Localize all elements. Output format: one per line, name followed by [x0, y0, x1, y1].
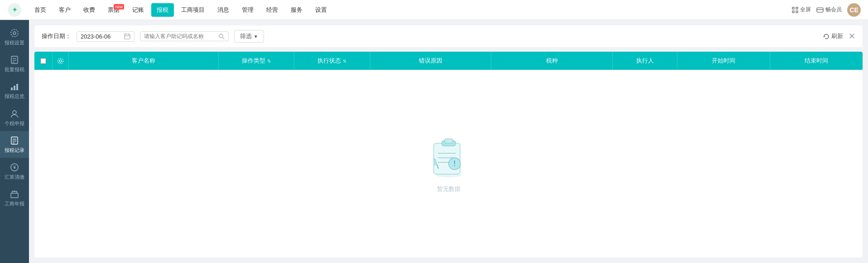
svg-rect-2 [792, 7, 794, 9]
svg-rect-26 [125, 34, 130, 39]
member-label: 畅会员 [825, 6, 842, 14]
svg-rect-5 [796, 11, 798, 13]
sort-icon-op-type: ⇅ [267, 58, 271, 63]
sidebar-label-tax-settings: 报税设置 [5, 40, 24, 46]
th-executor: 执行人 [613, 52, 677, 70]
sidebar-label-batch-tax: 批量报税 [5, 67, 24, 73]
sidebar-icon-tax-records [10, 136, 19, 146]
calendar-icon [124, 33, 130, 39]
th-tax-type: 税种 [491, 52, 613, 70]
th-error-reason: 错误原因 [370, 52, 492, 70]
nav-item-finance[interactable]: 经营 [261, 3, 283, 17]
date-label: 操作日期： [42, 32, 71, 40]
svg-point-32 [59, 60, 62, 62]
date-input[interactable] [81, 33, 121, 40]
sidebar-item-tax-records[interactable]: 报税记录 [0, 131, 29, 158]
sidebar-icon-tax-overview [10, 82, 19, 92]
sidebar-item-batch-tax[interactable]: 批量报税 [0, 50, 29, 77]
svg-rect-14 [11, 88, 13, 90]
svg-point-9 [11, 29, 18, 37]
sidebar-icon-annual-report [10, 189, 19, 199]
empty-illustration: ! [428, 134, 469, 180]
sidebar-label-settlement: 汇算清缴 [5, 174, 24, 180]
svg-text:!: ! [453, 160, 456, 167]
date-picker[interactable] [77, 31, 134, 42]
sidebar-item-personal-tax[interactable]: 个税申报 [0, 104, 29, 131]
fullscreen-label: 全屏 [800, 6, 811, 14]
th-end-time: 结束时间 [770, 52, 863, 70]
svg-rect-4 [792, 11, 794, 13]
nav-item-account[interactable]: 记账 [127, 3, 149, 17]
sidebar-item-tax-overview[interactable]: 报税总览 [0, 77, 29, 104]
nav-items: 首页客户收费票据new记账报税工商项目消息管理经营服务设置 [29, 3, 792, 17]
svg-rect-6 [817, 8, 823, 12]
svg-line-31 [222, 37, 224, 39]
sidebar: 报税设置批量报税报税总览个税申报报税记录¥汇算清缴工商年报 [0, 20, 29, 263]
nav-item-settings[interactable]: 设置 [310, 3, 332, 17]
nav-item-tax[interactable]: 报税 [151, 3, 174, 17]
th-op-type[interactable]: 操作类型 ⇅ [219, 52, 295, 70]
filter-button[interactable]: 筛选 ▼ [234, 30, 264, 43]
svg-rect-24 [11, 193, 18, 198]
sidebar-item-annual-report[interactable]: 工商年报 [0, 185, 29, 211]
sidebar-label-tax-overview: 报税总览 [5, 93, 24, 99]
table-header: 客户名称 操作类型 ⇅ 执行状态 ⇅ 错误原因 税种 执行人 [34, 52, 863, 70]
search-wrap[interactable] [140, 31, 229, 41]
sidebar-label-annual-report: 工商年报 [5, 201, 24, 207]
search-icon [218, 33, 225, 39]
select-all-checkbox[interactable] [40, 58, 46, 64]
refresh-button[interactable]: 刷新 [823, 32, 843, 40]
sidebar-icon-settlement: ¥ [10, 162, 19, 172]
svg-rect-3 [796, 7, 798, 9]
close-button[interactable]: ✕ [849, 32, 855, 40]
fullscreen-icon [792, 7, 798, 13]
app-logo[interactable]: ✦ [7, 3, 22, 17]
sidebar-icon-tax-settings [10, 28, 19, 38]
top-nav: ✦ 首页客户收费票据new记账报税工商项目消息管理经营服务设置 全屏 畅会员 C… [0, 0, 868, 20]
settings-icon [57, 58, 64, 64]
table-body: ! 暂无数据 [34, 70, 863, 258]
svg-rect-18 [11, 137, 18, 144]
svg-rect-10 [11, 56, 18, 63]
content-area: 操作日期： 筛选 ▼ [29, 20, 868, 263]
table-wrap: 客户名称 操作类型 ⇅ 执行状态 ⇅ 错误原因 税种 执行人 [34, 52, 863, 258]
toolbar-right: 刷新 ✕ [823, 32, 855, 40]
top-nav-right: 全屏 畅会员 CE [792, 3, 861, 17]
th-checkbox[interactable] [34, 52, 53, 70]
sort-icon-exec-status: ⇅ [343, 58, 346, 63]
nav-item-home[interactable]: 首页 [29, 3, 52, 17]
filter-label: 筛选 [240, 32, 252, 40]
chevron-down-icon: ▼ [254, 34, 258, 39]
user-avatar[interactable]: CE [847, 3, 861, 17]
svg-rect-16 [16, 84, 18, 90]
empty-text: 暂无数据 [437, 185, 460, 193]
th-exec-status[interactable]: 执行状态 ⇅ [294, 52, 370, 70]
member-icon [816, 7, 824, 13]
member-btn[interactable]: 畅会员 [816, 6, 842, 14]
th-start-time: 开始时间 [677, 52, 770, 70]
sidebar-label-personal-tax: 个税申报 [5, 121, 24, 127]
fullscreen-btn[interactable]: 全屏 [792, 6, 811, 14]
nav-item-invoice[interactable]: 票据new [102, 3, 125, 17]
svg-rect-37 [445, 139, 453, 143]
nav-item-service[interactable]: 服务 [285, 3, 308, 17]
th-gear[interactable] [53, 52, 69, 70]
main-layout: 报税设置批量报税报税总览个税申报报税记录¥汇算清缴工商年报 操作日期： [0, 20, 868, 263]
nav-item-message[interactable]: 消息 [212, 3, 235, 17]
svg-point-33 [58, 58, 63, 63]
nav-item-manage[interactable]: 管理 [236, 3, 259, 17]
search-input[interactable] [144, 33, 216, 39]
svg-text:¥: ¥ [13, 165, 16, 170]
th-client-name: 客户名称 [69, 52, 219, 70]
svg-point-8 [13, 32, 16, 34]
nav-item-customer[interactable]: 客户 [53, 3, 76, 17]
sidebar-item-tax-settings[interactable]: 报税设置 [0, 24, 29, 50]
sidebar-item-settlement[interactable]: ¥汇算清缴 [0, 158, 29, 185]
nav-item-business[interactable]: 工商项目 [176, 3, 210, 17]
refresh-icon [823, 33, 830, 39]
nav-item-billing[interactable]: 收费 [78, 3, 101, 17]
sidebar-label-tax-records: 报税记录 [5, 147, 24, 153]
svg-point-17 [13, 111, 16, 114]
svg-point-30 [219, 34, 223, 38]
sidebar-icon-batch-tax [10, 55, 19, 65]
